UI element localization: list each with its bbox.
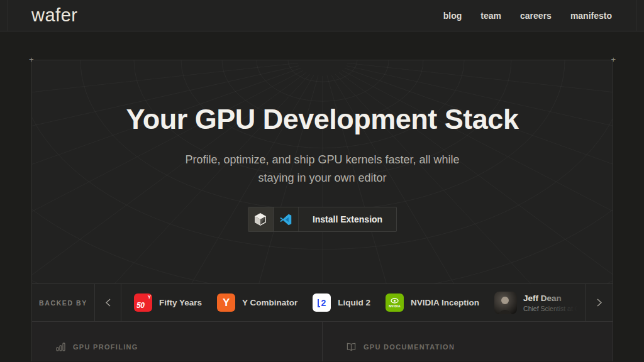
fifty-years-logo-icon: 50 Y (134, 293, 152, 312)
hero-section: Your GPU Development Stack Profile, opti… (32, 60, 613, 283)
investor-name: Fifty Years (159, 298, 202, 307)
install-extension-label: Install Extension (299, 207, 396, 231)
liquid-2-logo-icon: 2 (313, 293, 331, 312)
top-nav-bar: wafer blog team careers manifesto (0, 0, 644, 31)
install-extension-button[interactable]: Install Extension (248, 207, 397, 232)
tab-gpu-documentation[interactable]: GPU DOCUMENTATION (323, 322, 613, 361)
content-column: + + (31, 60, 613, 361)
nav-item-blog[interactable]: blog (443, 11, 462, 21)
hero-subtitle: Profile, optimize, and ship GPU kernels … (32, 151, 613, 187)
backer-jeff-dean[interactable]: Jeff Dean Chief Scientist at Google (494, 292, 585, 314)
investor-name: Liquid 2 (338, 298, 370, 307)
corner-plus-icon: + (611, 55, 616, 63)
nvidia-logo-icon: NVIDIA (386, 293, 404, 312)
nav-links: blog team careers manifesto (443, 11, 612, 21)
chevron-left-icon (106, 299, 111, 307)
investor-name: Y Combinator (242, 298, 297, 307)
tab-label: GPU DOCUMENTATION (364, 343, 455, 351)
nav-item-manifesto[interactable]: manifesto (570, 11, 612, 21)
corner-plus-icon: + (29, 55, 34, 63)
investor-name: NVIDIA Inception (411, 298, 479, 307)
nav-item-team[interactable]: team (480, 11, 501, 21)
investor-nvidia-inception[interactable]: NVIDIA NVIDIA Inception (386, 293, 479, 312)
investor-carousel: 50 Y Fifty Years Y Y Combinator 2 Liquid… (121, 284, 585, 321)
hero-subtitle-line2: staying in your own editor (32, 169, 613, 187)
chevron-right-icon (597, 299, 602, 307)
tab-label: GPU PROFILING (73, 343, 138, 351)
vscode-editor-toggle[interactable] (274, 207, 299, 231)
backer-name: Jeff Dean (523, 293, 585, 303)
investor-liquid-2[interactable]: 2 Liquid 2 (313, 293, 370, 312)
feature-tabs: GPU PROFILING GPU DOCUMENTATION (32, 321, 613, 361)
tab-gpu-profiling[interactable]: GPU PROFILING (32, 322, 323, 361)
investor-y-combinator[interactable]: Y Y Combinator (217, 293, 297, 312)
page-title: Your GPU Development Stack (32, 103, 613, 136)
hero-subtitle-line1: Profile, optimize, and ship GPU kernels … (32, 151, 613, 169)
backed-by-bar: BACKED BY 50 Y Fifty Years Y Y Combinato… (32, 283, 613, 321)
book-icon (347, 343, 356, 351)
investor-fifty-years[interactable]: 50 Y Fifty Years (134, 293, 202, 312)
carousel-next-button[interactable] (585, 284, 613, 321)
backer-title: Chief Scientist at Google (523, 305, 585, 312)
bar-chart-icon (56, 343, 65, 351)
backed-by-label: BACKED BY (39, 299, 87, 307)
avatar (494, 292, 517, 314)
vscode-icon (279, 213, 292, 226)
y-combinator-logo-icon: Y (217, 293, 235, 312)
cursor-cube-icon (253, 212, 267, 226)
carousel-prev-button[interactable] (95, 284, 121, 321)
brand-logo[interactable]: wafer (31, 5, 77, 26)
nav-item-careers[interactable]: careers (520, 11, 552, 21)
cursor-editor-toggle[interactable] (248, 207, 274, 231)
